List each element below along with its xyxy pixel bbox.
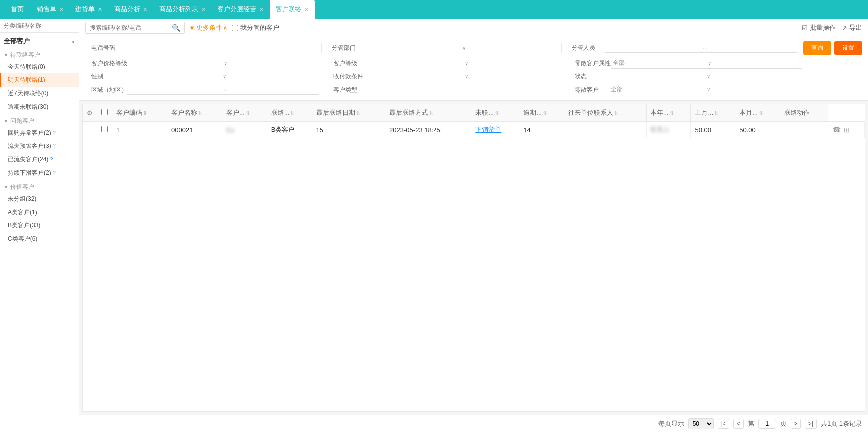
filter-divider-8 bbox=[565, 85, 565, 95]
action-call-icon[interactable]: ☎ bbox=[832, 126, 841, 134]
pagination-total: 共1页 1条记录 bbox=[821, 419, 862, 428]
export-btn[interactable]: ↗ 导出 bbox=[842, 23, 862, 32]
nav-tab[interactable]: 客户分层经营✕ bbox=[212, 0, 270, 19]
bulk-ops-btn[interactable]: ☑ 批量操作 bbox=[802, 23, 836, 32]
filter-row-2: 客户价格等级 ∨ 客户等级 ∨ 零散客户属性 bbox=[85, 58, 862, 69]
sidebar-item[interactable]: 近7天待联络(0) bbox=[0, 87, 79, 100]
sidebar-item[interactable]: A类客户(1) bbox=[0, 206, 79, 219]
filter-btn-label: 更多条件 bbox=[196, 23, 222, 32]
bulk-ops-label: 批量操作 bbox=[810, 23, 836, 32]
nav-home[interactable]: 首页 bbox=[4, 0, 31, 19]
filter-phone: 电话号码 bbox=[85, 44, 317, 52]
row-checkbox-cell bbox=[97, 122, 112, 138]
first-page-btn[interactable]: |< bbox=[718, 419, 729, 429]
info-icon: ? bbox=[53, 170, 56, 176]
sidebar-item[interactable]: 明天待联络(1) bbox=[0, 73, 79, 87]
sidebar-item[interactable]: 逾期未联络(30) bbox=[0, 100, 79, 114]
filter-divider-1 bbox=[321, 43, 322, 53]
col-last-contact-method: 最后联络方式⇅ bbox=[385, 104, 471, 122]
next-page-btn[interactable]: > bbox=[791, 419, 801, 429]
prev-page-btn[interactable]: < bbox=[733, 419, 744, 429]
my-customers-checkbox[interactable] bbox=[232, 25, 238, 31]
all-customers-header[interactable]: 全部客户 « bbox=[0, 33, 79, 48]
last-page-btn[interactable]: >| bbox=[805, 419, 817, 429]
nav-tab[interactable]: 进货单✕ bbox=[70, 0, 108, 19]
sidebar-group-label[interactable]: 问题客户 bbox=[0, 114, 79, 126]
tab-close-icon[interactable]: ✕ bbox=[201, 6, 206, 13]
sidebar-item[interactable]: 回购异常客户(2)? bbox=[0, 126, 79, 140]
col-this-month: 本月...⇅ bbox=[735, 104, 780, 122]
filter-dept-label: 分管部门 bbox=[326, 44, 365, 52]
sidebar-item[interactable]: 流失预警客户(3)? bbox=[0, 140, 79, 153]
filter-gender-label: 性别 bbox=[85, 72, 125, 81]
export-label: 导出 bbox=[849, 23, 862, 32]
checkbox-icon: ☑ bbox=[802, 24, 808, 32]
sidebar-item[interactable]: 已流失客户(24)? bbox=[0, 153, 79, 166]
tab-close-icon[interactable]: ✕ bbox=[259, 6, 264, 13]
filter-customer-type: 客户类型 bbox=[327, 86, 561, 94]
filter-region: 区域（地区） ··· bbox=[85, 85, 319, 95]
row-overdue bbox=[564, 122, 646, 138]
filter-row-1: 电话号码 分管部门 ∨ 分管人员 bbox=[85, 41, 862, 55]
content-area: 🔍 ▼ 更多条件 ∧ 我分管的客户 ☑ 批量操作 ↗ 导出 bbox=[79, 19, 868, 432]
tab-close-icon[interactable]: ✕ bbox=[59, 6, 64, 13]
nav-tab[interactable]: 商品分析✕ bbox=[108, 0, 153, 19]
row-contact-count: 15 bbox=[312, 122, 385, 138]
collapse-icon[interactable]: « bbox=[72, 38, 75, 45]
sidebar-search-input[interactable] bbox=[4, 22, 78, 29]
all-customers-label: 全部客户 bbox=[4, 37, 30, 46]
col-overdue: 逾期...⇅ bbox=[519, 104, 564, 122]
nav-tab[interactable]: 商品分析列表✕ bbox=[153, 0, 212, 19]
select-all-checkbox[interactable] bbox=[101, 109, 108, 115]
search-input[interactable] bbox=[90, 24, 172, 31]
tab-close-icon[interactable]: ✕ bbox=[98, 6, 102, 13]
filter-panel: 电话号码 分管部门 ∨ 分管人员 bbox=[79, 37, 868, 101]
filter-divider-4 bbox=[565, 58, 565, 68]
row-uncontacted: 14 bbox=[519, 122, 564, 138]
info-icon: ? bbox=[53, 130, 56, 136]
sidebar-group-label[interactable]: 价值客户 bbox=[0, 180, 79, 192]
tab-close-icon[interactable]: ✕ bbox=[143, 6, 147, 13]
row-this-month bbox=[780, 122, 828, 138]
row-contact-person: 联系人 bbox=[646, 122, 691, 138]
pagination: 每页显示 50 100 200 |< < 第 页 > >| 共1页 1条记录 bbox=[79, 415, 868, 432]
my-customers-checkbox-wrap: 我分管的客户 bbox=[232, 23, 279, 32]
sidebar-item[interactable]: 今天待联络(0) bbox=[0, 60, 79, 73]
col-last-contact-date: 最后联络日期⇅ bbox=[312, 104, 385, 122]
filter-divider-6 bbox=[565, 72, 565, 81]
query-btn[interactable]: 查询 bbox=[803, 41, 831, 55]
sidebar-item[interactable]: B类客户(33) bbox=[0, 219, 79, 232]
set-btn[interactable]: 设置 bbox=[834, 41, 862, 55]
sidebar-group-label[interactable]: 待联络客户 bbox=[0, 48, 79, 60]
filter-divider-7 bbox=[323, 85, 323, 95]
filter-retail-attr: 零散客户属性 全部 ∨ bbox=[569, 58, 802, 69]
nav-tab[interactable]: 客户联络✕ bbox=[270, 0, 315, 19]
action-more-icon[interactable]: ⊞ bbox=[844, 126, 850, 134]
filter-manager: 分管人员 ··· bbox=[566, 43, 797, 53]
filter-dept: 分管部门 ∨ bbox=[326, 44, 558, 52]
row-checkbox[interactable] bbox=[101, 126, 108, 132]
info-icon: ? bbox=[53, 143, 56, 149]
per-page-select[interactable]: 50 100 200 bbox=[688, 418, 714, 429]
col-contact-count: 联络...⇅ bbox=[267, 104, 312, 122]
filter-btn[interactable]: ▼ 更多条件 ∧ bbox=[189, 23, 228, 32]
filter-manager-label: 分管人员 bbox=[566, 44, 605, 52]
search-submit-icon[interactable]: 🔍 bbox=[172, 24, 180, 32]
sidebar-item[interactable]: 持续下滑客户(2)? bbox=[0, 166, 79, 180]
filter-divider-3 bbox=[323, 58, 323, 68]
col-this-year: 本年...⇅ bbox=[646, 104, 691, 122]
sidebar-item[interactable]: 未分组(32) bbox=[0, 192, 79, 206]
filter-icon: ▼ bbox=[189, 24, 195, 32]
sidebar-item[interactable]: C类客户(6) bbox=[0, 232, 79, 246]
filter-customer-level-label: 客户等级 bbox=[327, 59, 367, 68]
page-input[interactable] bbox=[758, 419, 776, 429]
row-this-year: 50.00 bbox=[691, 122, 735, 138]
tab-close-icon[interactable]: ✕ bbox=[304, 6, 309, 13]
info-icon: ? bbox=[50, 156, 53, 162]
col-settings[interactable]: ⚙ bbox=[83, 104, 97, 122]
nav-tab[interactable]: 销售单✕ bbox=[31, 0, 70, 19]
filter-divider-5 bbox=[323, 72, 323, 81]
contact-method-link[interactable]: 下销货单 bbox=[475, 126, 501, 133]
filter-customer-type-label: 客户类型 bbox=[327, 86, 367, 94]
row-last-contact-date: 2023-05-23 18:25: bbox=[385, 122, 471, 138]
